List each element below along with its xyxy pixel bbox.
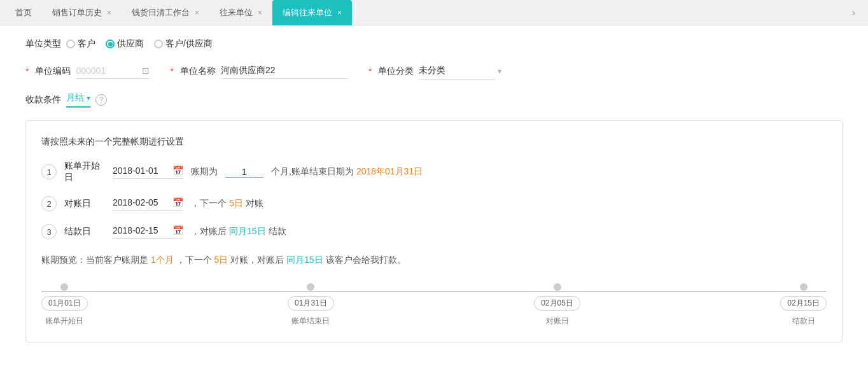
reconcile-date-input[interactable] xyxy=(113,197,170,208)
period-desc-3-suffix: 结款 xyxy=(269,226,286,237)
close-icon[interactable]: × xyxy=(337,8,342,17)
timeline-point-0: 01月01日 账单开始日 xyxy=(41,283,88,327)
month-input[interactable] xyxy=(225,167,263,178)
payment-condition-value: 月结 xyxy=(66,92,84,104)
unit-type-group: 单位类型 客户 供应商 客户/供应商 xyxy=(25,38,213,50)
tab-cash-workbench-label: 钱货日清工作台 xyxy=(132,7,190,18)
unit-code-group: * 单位编码 ⊡ xyxy=(25,63,150,79)
unit-name-input[interactable] xyxy=(221,63,348,79)
tab-partner[interactable]: 往来单位 × xyxy=(209,0,272,25)
chevron-down-icon: ▾ xyxy=(87,94,90,102)
period-row-2: 2 对账日 📅 ，下一个 5日 对账 xyxy=(41,196,827,211)
payment-condition-select[interactable]: 月结 ▾ xyxy=(66,92,90,108)
tab-more-button[interactable]: › xyxy=(844,7,863,18)
payment-condition-row: 收款条件 月结 ▾ ? xyxy=(25,92,843,108)
unit-category-select[interactable]: 未分类 ▾ xyxy=(419,62,501,80)
reconcile-highlight: 5日 xyxy=(229,198,243,209)
radio-circle-supplier xyxy=(106,39,115,48)
required-mark: * xyxy=(25,66,29,76)
tl-label-2: 对账日 xyxy=(546,316,569,327)
chevron-down-icon: ▾ xyxy=(498,67,501,76)
tl-label-3: 结款日 xyxy=(792,316,815,327)
tl-dot-2 xyxy=(554,283,561,291)
period-suffix-1: 个月,账单结束日期为 2018年01月31日 xyxy=(271,166,423,178)
preview-part1: 1个月 xyxy=(151,255,174,265)
radio-customer[interactable]: 客户 xyxy=(66,38,95,50)
radio-customer-label: 客户 xyxy=(78,38,95,50)
unit-type-label: 单位类型 xyxy=(25,38,61,50)
unit-type-row: 单位类型 客户 供应商 客户/供应商 xyxy=(25,38,843,50)
period-num-2-text: 2 xyxy=(46,199,51,209)
unit-code-label: 单位编码 xyxy=(35,66,71,77)
required-mark: * xyxy=(170,66,173,76)
calendar-icon-3[interactable]: 📅 xyxy=(172,225,183,236)
tl-dot-1 xyxy=(307,283,314,291)
radio-supplier-label: 供应商 xyxy=(117,38,144,50)
period-end-date: 2018年01月31日 xyxy=(356,166,423,178)
card-title: 请按照未来的一个完整帐期进行设置 xyxy=(41,136,827,148)
period-desc-2: ，下一个 5日 对账 xyxy=(191,198,263,209)
unit-code-input[interactable] xyxy=(76,66,139,76)
main-content: 单位类型 客户 供应商 客户/供应商 * 单位编码 xyxy=(0,25,868,387)
tab-bar: 首页 销售订单历史 × 钱货日清工作台 × 往来单位 × 编辑往来单位 × › xyxy=(0,0,868,25)
radio-both[interactable]: 客户/供应商 xyxy=(154,38,213,50)
tab-edit-partner-label: 编辑往来单位 xyxy=(283,7,332,18)
date-input-1: 📅 xyxy=(113,165,183,179)
period-prefix-1: 账期为 xyxy=(191,166,218,178)
unit-info-row: * 单位编码 ⊡ * 单位名称 * 单位分类 未分类 ▾ xyxy=(25,62,843,80)
unit-category-value: 未分类 xyxy=(419,62,495,80)
payment-highlight: 同月15日 xyxy=(229,226,266,237)
preview-part2: 5日 xyxy=(214,255,228,265)
period-prefix-text: 账期为 xyxy=(191,166,218,178)
preview-label: 账期预览：当前客户账期是 xyxy=(41,255,148,265)
tab-sales-history[interactable]: 销售订单历史 × xyxy=(42,0,122,25)
period-suffix-text: 个月,账单结束日期为 xyxy=(271,166,354,178)
start-date-input[interactable] xyxy=(113,165,170,176)
period-num-1: 1 xyxy=(41,164,57,179)
preview-text: 账期预览：当前客户账期是 1个月 ，下一个 5日 对账，对账后 同月15日 该客… xyxy=(41,252,827,268)
timeline: 01月01日 账单开始日 01月31日 账单结束日 02月05日 对账日 02月… xyxy=(41,283,827,327)
unit-category-group: * 单位分类 未分类 ▾ xyxy=(368,62,501,80)
period-label-1: 账单开始日 xyxy=(64,160,105,183)
preview-end: 该客户会给我打款。 xyxy=(326,255,406,265)
period-label-2: 对账日 xyxy=(64,198,105,209)
preview-sep1: ，下一个 xyxy=(176,255,212,265)
timeline-point-2: 02月05日 对账日 xyxy=(534,283,580,327)
tab-home[interactable]: 首页 xyxy=(5,0,42,25)
radio-circle-both xyxy=(154,39,163,48)
period-num-3-text: 3 xyxy=(46,227,51,237)
tl-badge-2: 02月05日 xyxy=(534,296,580,311)
radio-supplier[interactable]: 供应商 xyxy=(106,38,144,50)
tab-partner-label: 往来单位 xyxy=(220,7,253,18)
tab-edit-partner[interactable]: 编辑往来单位 × xyxy=(272,0,352,25)
period-desc-3-prefix: ，对账后 xyxy=(191,226,227,237)
tab-sales-history-label: 销售订单历史 xyxy=(52,7,102,18)
period-row-3: 3 结款日 📅 ，对账后 同月15日 结款 xyxy=(41,224,827,239)
date-input-2: 📅 xyxy=(113,197,183,211)
help-icon-text: ? xyxy=(99,95,104,104)
unit-category-label: 单位分类 xyxy=(378,66,414,77)
preview-mid: 对账，对账后 xyxy=(230,255,284,265)
timeline-points: 01月01日 账单开始日 01月31日 账单结束日 02月05日 对账日 02月… xyxy=(41,283,827,327)
period-desc-2-prefix: ，下一个 xyxy=(191,198,227,209)
timeline-point-3: 02月15日 结款日 xyxy=(780,283,827,327)
payment-condition-label: 收款条件 xyxy=(25,94,61,106)
period-row-1: 1 账单开始日 📅 账期为 个月,账单结束日期为 2018年01月31日 xyxy=(41,160,827,183)
unit-code-input-group: ⊡ xyxy=(76,63,150,79)
tl-label-1: 账单结束日 xyxy=(291,316,330,327)
help-icon[interactable]: ? xyxy=(95,94,107,106)
close-icon[interactable]: × xyxy=(258,8,262,17)
calendar-icon-1[interactable]: 📅 xyxy=(172,165,183,176)
tl-dot-3 xyxy=(800,283,808,291)
copy-icon[interactable]: ⊡ xyxy=(142,66,150,76)
radio-circle-customer xyxy=(66,39,75,48)
unit-name-group: * 单位名称 xyxy=(170,63,347,79)
period-desc-3: ，对账后 同月15日 结款 xyxy=(191,226,286,237)
payment-date-input[interactable] xyxy=(113,225,170,236)
radio-group: 客户 供应商 客户/供应商 xyxy=(66,38,213,50)
close-icon[interactable]: × xyxy=(107,8,111,17)
calendar-icon-2[interactable]: 📅 xyxy=(172,197,183,208)
close-icon[interactable]: × xyxy=(195,8,199,17)
tab-cash-workbench[interactable]: 钱货日清工作台 × xyxy=(122,0,209,25)
period-desc-2-suffix: 对账 xyxy=(246,198,263,209)
